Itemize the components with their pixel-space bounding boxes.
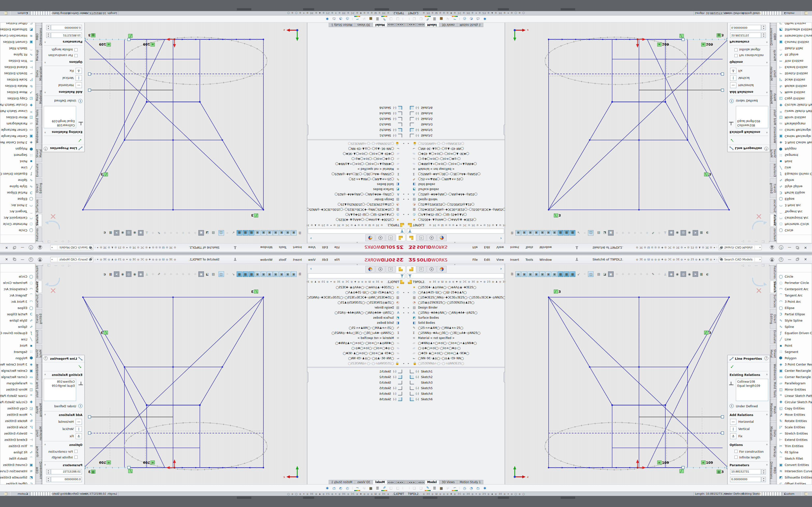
menu-item-segment[interactable]: ∷Segment — [777, 152, 812, 158]
menu-item-point[interactable]: ▪Point — [777, 158, 812, 164]
nav-forward-icon[interactable]: ▶ — [411, 23, 413, 26]
tree-row[interactable]: ▱◯✚NN◎♟÷◯✳⊙I◯◦◯I⊙✳◯÷♟◎NN✚◯ — [307, 341, 406, 346]
menu-item-linear-sketch-pattern[interactable]: ⠛Linear Sketch Pattern — [0, 108, 35, 114]
menu-item-intersection-curve[interactable]: ≋Intersection Curve — [777, 33, 812, 39]
tab-data-migration[interactable]: Data Migration — [36, 422, 42, 445]
menu-item-rotate-entities[interactable]: ↻Rotate Entities — [777, 83, 812, 89]
checkbox[interactable] — [74, 450, 78, 453]
minimize-button[interactable]: — — [786, 246, 793, 249]
menu-item-insert[interactable]: Insert — [290, 256, 305, 264]
menu-item-intersection-curve[interactable]: ≋Intersection Curve — [0, 33, 35, 39]
collapse-arrow-icon[interactable]: ∧ — [766, 131, 768, 134]
collapse-arrow-icon[interactable]: ∧ — [766, 463, 768, 466]
menu-item-view[interactable]: View — [493, 256, 507, 264]
menu-item-copy-entities[interactable]: ◱Copy Entities — [777, 405, 812, 412]
tab-motion-study-1[interactable]: Motion Study 1 — [457, 480, 483, 484]
nav-forward-icon[interactable]: ▶| — [422, 23, 425, 26]
menu-item-partial-ellipse[interactable]: ƆPartial Ellipse — [0, 311, 35, 318]
tab-mesh-modeling[interactable]: Mesh Modeling — [770, 399, 776, 421]
relation-badge[interactable]: ╱ — [679, 469, 684, 473]
units-dropdown[interactable]: Custom ▴ — [782, 11, 802, 15]
menu-item-partial-ellipse[interactable]: ƆPartial Ellipse — [777, 311, 812, 318]
account-icon[interactable] — [38, 258, 42, 262]
help-icon[interactable]: ? — [779, 258, 783, 262]
checkbox[interactable] — [734, 450, 738, 453]
menu-item-move-entities[interactable]: ↗Move Entities — [0, 412, 35, 418]
tree-row-sketch[interactable]: (-)Sketch1 — [307, 369, 406, 375]
tab-sheet-metal[interactable]: Sheet Metal — [36, 345, 42, 362]
option-infinite-length[interactable]: Infinite length — [42, 455, 78, 460]
menu-item-intersection-curve[interactable]: ≋Intersection Curve — [777, 468, 812, 474]
tree-row[interactable]: ▸A◯25N◎◦✚A✚◎NA◯◦◯AN◎✚A✚◦◎N25◯ — [307, 310, 406, 315]
expander-icon[interactable]: ▸ — [403, 362, 404, 364]
menu-item-3-point-arc[interactable]: ◠3 Point Arc — [777, 299, 812, 305]
quick-access-toolbar[interactable]: ◎ 3E ◎ Ш ◎ ◎ ◎ ✚ ◎ ƆC ◎ 3E ◎ ✦ ◎ 25 ◎ ♟ … — [95, 258, 176, 261]
menu-item-circular-sketch-pattern[interactable]: ✚Circular Sketch Pattern — [777, 102, 812, 108]
fix-relation-button[interactable]: ⚓Fix — [44, 433, 82, 440]
hamburger-icon[interactable]: ☰ — [432, 485, 438, 491]
tab-mesh-modeling[interactable]: Mesh Modeling — [770, 86, 776, 108]
menu-item-circle[interactable]: ◯Circle — [777, 274, 812, 280]
nav-back-icon[interactable]: ◀ — [418, 23, 420, 26]
tree-row[interactable]: Σ◯25NN◎◦✚A∪□3E◯◦◯3E□∪A✚◦◎NN25◯ — [307, 331, 406, 336]
nav-forward-icon[interactable]: ▶ — [390, 481, 392, 484]
tree-row[interactable]: ★◯253E✚◦♟◎ΛA⊕◯◦◯⊕AΛ◎♟◦✚3E25◯ — [406, 285, 505, 290]
tree-row[interactable]: ▱◯✚Ɛ9◦♟◯✳⊙I◯◦◯I⊙✳◯♟◦9Ɛ✚◯ — [307, 151, 406, 156]
expander-icon[interactable]: ▸ — [403, 193, 404, 195]
pin-icon[interactable] — [234, 245, 237, 249]
relation-badge[interactable]: ╱3 — [101, 172, 108, 176]
relation-badge[interactable]: ╱3 — [704, 172, 711, 176]
menu-item-tools[interactable]: Tools — [522, 256, 536, 264]
tab-evaluate[interactable]: Evaluate — [770, 163, 776, 177]
tab-mbd-dimensions[interactable]: MBD Dimensions — [36, 459, 42, 482]
relations-listbox[interactable]: Collinear108Equal length109 — [736, 106, 768, 128]
menu-item-spline[interactable]: ∿Spline — [777, 324, 812, 330]
nav-forward-icon[interactable]: ▶ — [399, 23, 401, 26]
tree-row[interactable]: ⌙◯NN◦9Ɛ◦♟◎◯◦◯◎♟◦Ɛ9◦NN◯ — [406, 356, 505, 361]
dimxpert-tab[interactable] — [375, 266, 385, 273]
tree-row-sketch[interactable]: Sketch3 — [406, 380, 505, 386]
tab-3d-views[interactable]: 3D Views — [355, 480, 373, 484]
menu-item-window[interactable]: Window — [536, 256, 555, 264]
spinner-arrows-icon[interactable]: ▲▼ — [46, 25, 51, 30]
menu-item-centerpoint-arc[interactable]: ◠Centerpoint Arc — [0, 286, 35, 292]
menu-item-stretch-entities[interactable]: ⌐Stretch Entities — [0, 431, 35, 437]
parameter-field[interactable]: 10.88152731▲▼ — [44, 469, 82, 476]
gear-icon[interactable]: ✱ — [482, 485, 488, 491]
expander-icon[interactable]: ▸ — [408, 143, 409, 145]
tab-mold-tools[interactable]: Mold Tools — [36, 382, 42, 398]
menu-item-center-rectangle[interactable]: ▣Center Rectangle — [777, 133, 812, 139]
close-button[interactable]: ✕ — [802, 246, 809, 249]
menu-item-circle[interactable]: ◯Circle — [0, 227, 35, 233]
tree-row[interactable]: ▥◯25✚3E25◯NN◎◦✚ƆC3E∪3E25◯◦◯253E∪3EƆC✚◦◎N… — [406, 295, 505, 300]
menu-item-window[interactable]: Window — [536, 244, 555, 251]
tab-direct-editing[interactable]: Direct Editing — [36, 309, 42, 329]
tree-row[interactable]: ▸◷◯Λ♟◎✚25◦Ш◯◦◯Ш◦25✚◎♟Λ◯ — [406, 212, 505, 217]
tree-row[interactable]: ◧Solid Bodies — [307, 320, 406, 326]
menu-item-rotate-entities[interactable]: ↻Rotate Entities — [0, 83, 35, 89]
menu-item-convert-entities[interactable]: ▣Convert Entities — [0, 462, 35, 468]
tab-weldments[interactable]: Weldments — [770, 363, 776, 381]
relations-listbox[interactable]: Collinear108Equal length109 — [44, 106, 76, 128]
tab-3d-views[interactable]: 3D Views — [439, 23, 457, 27]
tree-row-sketch[interactable]: Sketch3 — [307, 380, 406, 386]
menu-item-line[interactable]: ╱Line — [0, 164, 35, 171]
tab-mold-tools[interactable]: Mold Tools — [770, 382, 776, 398]
relation-item[interactable]: Equal length109 — [45, 119, 75, 123]
nav-back-icon[interactable]: |◀ — [416, 23, 418, 26]
menu-item-polygon[interactable]: ▫Polygon — [777, 355, 812, 361]
hamburger-icon[interactable]: ☰ — [432, 16, 438, 22]
menu-item-move-entities[interactable]: ↗Move Entities — [0, 89, 35, 95]
tree-row[interactable]: ▸▤Design Binder — [406, 305, 505, 310]
tree-row[interactable]: ▸◷◯Λ♟◎✚25◦Ш◯◦◯Ш◦25✚◎♟Λ◯ — [307, 212, 406, 217]
parameter-input[interactable]: 0.00000000 — [51, 477, 82, 482]
panel-help-icon[interactable]: ? — [764, 356, 768, 360]
folder-check-icon[interactable]: 🗀 — [475, 16, 481, 22]
tab-mold-tools[interactable]: Mold Tools — [36, 109, 42, 125]
tree-row[interactable]: ▱◯·◎✚◯✳⊙I◯◦◯I⊙✳◯✚◎·◯ — [406, 346, 505, 351]
checkbox[interactable] — [74, 456, 78, 459]
menu-item-scale-entities[interactable]: ◸Scale Entities — [0, 76, 35, 83]
menu-item-scale-entities[interactable]: ◸Scale Entities — [0, 424, 35, 431]
menu-item-parallelogram[interactable]: ▱Parallelogram — [0, 120, 35, 127]
menu-item-file[interactable]: File — [469, 256, 481, 264]
